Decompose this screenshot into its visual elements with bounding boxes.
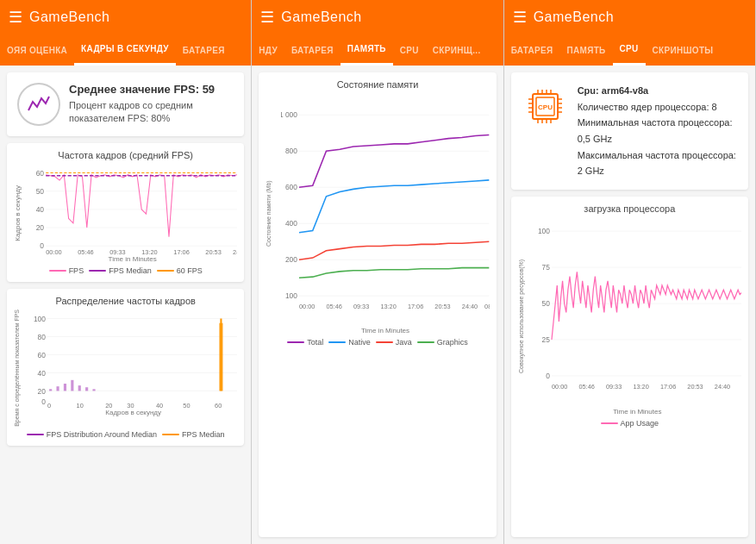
fps-x-label: Time in Minutes: [28, 255, 237, 263]
svg-text:800: 800: [285, 147, 297, 155]
memory-x-label: Time in Minutes: [281, 327, 489, 335]
svg-text:50: 50: [541, 299, 550, 308]
legend-dist-median-color: [162, 434, 179, 435]
menu-icon-3[interactable]: ☰: [513, 8, 527, 27]
svg-text:50: 50: [183, 402, 190, 409]
svg-text:60: 60: [38, 350, 47, 359]
fps-y-label: Кадров в секунду: [14, 164, 24, 263]
legend-total: Total: [287, 338, 323, 347]
svg-rect-33: [71, 380, 73, 391]
svg-text:24:40: 24:40: [715, 383, 730, 391]
memory-legend: Total Native Java Graphics: [266, 338, 489, 347]
menu-icon-1[interactable]: ☰: [9, 8, 22, 27]
svg-text:10: 10: [77, 402, 84, 409]
cpu-legend: App Usage: [518, 419, 741, 428]
svg-text:60: 60: [215, 402, 222, 409]
cpu-max-freq: Максимальная частота процессора: 2 GHz: [578, 147, 738, 179]
tab-screens-2[interactable]: СКРИНЩ...: [426, 34, 488, 66]
svg-text:17:06: 17:06: [660, 383, 676, 391]
legend-60fps: 60 FPS: [157, 266, 203, 275]
panel-1-content: Среднее значение FPS: 59 Процент кадров …: [0, 66, 251, 544]
fps-info-card: Среднее значение FPS: 59 Процент кадров …: [7, 72, 244, 136]
svg-text:17:06: 17:06: [408, 303, 423, 310]
svg-text:60: 60: [36, 169, 45, 178]
svg-text:40: 40: [156, 402, 163, 409]
legend-fps: FPS: [49, 266, 84, 275]
svg-text:05:46: 05:46: [78, 248, 94, 255]
menu-icon-2[interactable]: ☰: [260, 8, 274, 27]
svg-text:24:40: 24:40: [233, 248, 237, 255]
legend-fps-median-color: [89, 270, 106, 272]
tab-battery-3[interactable]: БАТАРЕЯ: [504, 34, 560, 66]
legend-60fps-label: 60 FPS: [177, 266, 203, 275]
svg-text:17:06: 17:06: [173, 248, 190, 255]
memory-y-label: Состояние памяти (Mb): [266, 93, 278, 335]
svg-text:20: 20: [38, 386, 47, 395]
fps-desc: Процент кадров со средним показателем FP…: [69, 99, 234, 126]
svg-text:40: 40: [36, 205, 45, 214]
tab-memory[interactable]: ПАМЯТЬ: [341, 34, 393, 66]
legend-java: Java: [376, 338, 412, 347]
legend-dist: FPS Distribution Around Median: [27, 430, 157, 439]
svg-text:13:20: 13:20: [633, 383, 648, 391]
tab-battery-2[interactable]: БАТАРЕЯ: [284, 34, 341, 66]
legend-dist-color: [27, 434, 44, 435]
toolbar-2: ☰ GameBench: [252, 0, 503, 34]
cpu-x-label: Time in Minutes: [534, 408, 741, 416]
svg-text:20:53: 20:53: [435, 303, 451, 310]
fps-chart-svg: 60 50 40 20 0 00:00 05:46: [28, 164, 237, 255]
fps-chart-card: Частота кадров (средний FPS) Кадров в се…: [7, 143, 244, 282]
fps-info-text: Среднее значение FPS: 59 Процент кадров …: [69, 83, 234, 126]
svg-text:600: 600: [285, 183, 297, 191]
legend-java-label: Java: [396, 338, 412, 347]
svg-text:CPU: CPU: [538, 103, 553, 111]
legend-total-label: Total: [307, 338, 323, 347]
legend-java-color: [376, 341, 393, 343]
fps-dist-x-label: Кадров в секунду: [29, 409, 237, 416]
svg-text:13:20: 13:20: [141, 248, 157, 255]
tab-memory-3[interactable]: ПАМЯТЬ: [560, 34, 613, 66]
svg-text:24:40: 24:40: [462, 303, 478, 310]
fps-chart-icon: [26, 91, 52, 117]
cpu-cores: Количество ядер процессора: 8: [578, 99, 738, 116]
tab-cpu-2[interactable]: CPU: [393, 34, 426, 66]
legend-app-usage-color: [601, 422, 618, 424]
svg-text:40: 40: [38, 368, 47, 377]
svg-text:08:13: 08:13: [484, 303, 489, 310]
memory-chart-card: Состояние памяти Состояние памяти (Mb) 1…: [259, 72, 496, 537]
legend-fps-median-label: FPS Median: [109, 266, 152, 275]
svg-text:05:46: 05:46: [327, 303, 342, 310]
legend-graphics-color: [417, 341, 434, 343]
svg-text:20: 20: [36, 223, 45, 232]
tab-screenshots-3[interactable]: СКРИНШОТЫ: [646, 34, 721, 66]
tab-cpu-active[interactable]: CPU: [613, 34, 646, 66]
legend-graphics: Graphics: [417, 338, 468, 347]
svg-text:100: 100: [538, 227, 550, 235]
svg-text:25: 25: [541, 335, 550, 344]
legend-60fps-color: [157, 270, 174, 272]
tabs-3: БАТАРЕЯ ПАМЯТЬ CPU СКРИНШОТЫ: [504, 34, 755, 66]
svg-text:09:33: 09:33: [353, 303, 369, 310]
svg-text:00:00: 00:00: [299, 303, 315, 310]
svg-text:1 000: 1 000: [281, 110, 297, 119]
fps-chart-title: Частота кадров (средний FPS): [14, 150, 237, 160]
legend-total-color: [287, 341, 304, 343]
svg-text:20: 20: [105, 402, 112, 409]
cpu-chart-title: загрузка процессора: [518, 203, 741, 214]
cpu-chip-icon: CPU: [522, 83, 569, 130]
legend-native-color: [328, 341, 346, 343]
tab-ndu[interactable]: НДУ: [252, 34, 284, 66]
svg-text:09:33: 09:33: [109, 248, 126, 255]
fps-chart-legend: FPS FPS Median 60 FPS: [14, 266, 237, 275]
fps-dist-chart-card: Распределение частоты кадров Время с опр…: [7, 289, 244, 446]
svg-text:0: 0: [41, 397, 46, 406]
tab-fps[interactable]: КАДРЫ В СЕКУНДУ: [74, 34, 176, 66]
tab-overall[interactable]: ОЯЯ ОЦЕНКА: [0, 34, 74, 66]
tab-battery-1[interactable]: БАТАРЕЯ: [176, 34, 232, 66]
legend-dist-label: FPS Distribution Around Median: [47, 430, 157, 439]
legend-app-usage: App Usage: [601, 419, 659, 428]
svg-text:00:00: 00:00: [552, 383, 567, 391]
cpu-chart-card: загрузка процессора Совокупное использов…: [511, 197, 748, 537]
app-title-3: GameBench: [534, 9, 614, 25]
svg-rect-32: [64, 384, 66, 391]
